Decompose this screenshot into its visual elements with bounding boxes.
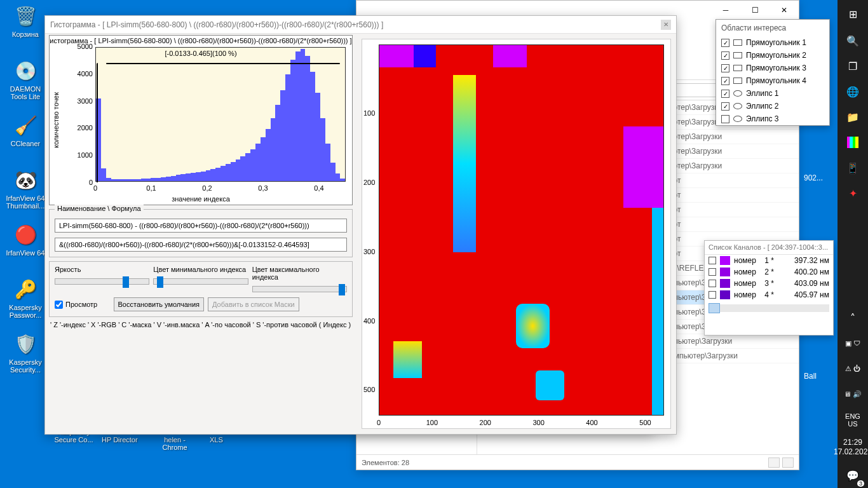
search-icon[interactable]: 🔍 <box>837 28 868 53</box>
histogram-plot[interactable]: истограмма - [ LPI-simm(560-680-800) \ (… <box>49 35 353 205</box>
histogram-bar <box>280 90 285 181</box>
histogram-bar <box>186 173 191 181</box>
slider-brightness[interactable] <box>55 278 149 285</box>
xtick: 0,2 <box>202 184 212 192</box>
channel-row[interactable]: номер2 *400.20 нм <box>705 266 833 278</box>
action-center-icon[interactable]: 💬3 <box>837 463 868 488</box>
roi-checkbox[interactable]: ✓ <box>721 102 729 111</box>
histogram-bar <box>191 173 196 181</box>
app-icon: 🔴 <box>12 221 39 248</box>
histogram-bar <box>210 169 215 181</box>
histogram-bar <box>146 179 151 181</box>
histogram-bar <box>141 179 146 181</box>
add-to-mask-button[interactable]: Добавить в список Маски <box>208 297 299 311</box>
desktop-icon[interactable]: 🔑Kaspersky Passwor... <box>3 276 48 325</box>
roi-checkbox[interactable] <box>721 115 729 123</box>
view-details-button[interactable] <box>768 458 780 468</box>
ytick: 1000 <box>72 151 93 159</box>
edge-icon[interactable]: 🌐 <box>837 79 868 104</box>
histogram-bar <box>266 129 271 181</box>
channel-row[interactable]: номер3 *403.09 нм <box>705 278 833 289</box>
app-icon: 💿 <box>12 57 39 84</box>
histogram-range-label: [-0.0133-0.465](100 %) <box>165 50 236 57</box>
restore-defaults-button[interactable]: Восстановить умолчания <box>114 297 205 311</box>
app-color-icon[interactable] <box>837 130 868 155</box>
roi-checkbox[interactable]: ✓ <box>721 90 729 98</box>
app-icon: 🗑️ <box>12 3 39 29</box>
slider-max-color[interactable] <box>252 286 347 292</box>
img-ytick: 100 <box>363 109 375 117</box>
histogram-bar <box>285 74 290 181</box>
index-image-plot[interactable]: 1002003004005000100200300400500 <box>362 39 671 429</box>
desktop-icon[interactable]: 🔴IrfanView 64 <box>3 221 48 271</box>
explorer-max-button[interactable]: ☐ <box>740 1 770 20</box>
tray-vol-icon[interactable]: 🖥 🔊 <box>837 382 868 407</box>
channel-wavelength: 405.97 нм <box>794 290 829 299</box>
formula-input-2[interactable] <box>55 238 347 252</box>
view-icons-button[interactable] <box>782 458 794 468</box>
explorer-close-button[interactable]: ✕ <box>770 1 799 20</box>
channel-checkbox[interactable] <box>709 280 716 287</box>
task-view-icon[interactable]: ❐ <box>837 53 868 79</box>
roi-checkbox[interactable]: ✓ <box>721 77 729 85</box>
roi-item[interactable]: ✓Прямоугольник 4 <box>716 74 829 87</box>
channel-checkbox[interactable] <box>709 268 716 276</box>
explorer-icon[interactable]: 📁 <box>837 104 868 130</box>
channel-checkbox[interactable] <box>709 291 716 299</box>
start-button[interactable]: ⊞ <box>837 0 868 28</box>
preview-checkbox[interactable]: Просмотр <box>55 301 97 309</box>
explorer-min-button[interactable]: ─ <box>711 1 740 20</box>
channel-row[interactable]: номер1 *397.32 нм <box>705 255 833 266</box>
formula-section-title: Наименование \ Формула <box>55 205 144 212</box>
histogram-bar <box>116 179 121 181</box>
histogram-close-button[interactable]: ✕ <box>661 20 671 30</box>
roi-checkbox[interactable]: ✓ <box>721 64 729 72</box>
roi-item[interactable]: Эллипс 3 <box>716 112 829 125</box>
histogram-bar <box>206 170 211 181</box>
roi-checkbox[interactable]: ✓ <box>721 51 729 60</box>
puzzle-icon[interactable]: ✦ <box>837 180 868 206</box>
desktop-label-chrome: helen - Chrome <box>156 436 194 451</box>
tray-av-icon[interactable]: ▣ 🛡 <box>837 331 868 356</box>
roi-checkbox[interactable]: ✓ <box>721 39 729 47</box>
desktop-icon[interactable]: 🧹CCleaner <box>3 112 48 161</box>
roi-dropdown[interactable]: Области интереса ✓Прямоугольник 1✓Прямоу… <box>715 19 830 126</box>
lang-indicator[interactable]: ENGUS <box>837 407 868 433</box>
slider-max-label: Цвет максимального индекса <box>252 266 347 281</box>
channel-row[interactable]: номер4 *405.97 нм <box>705 289 833 301</box>
chevron-up-icon[interactable]: ˄ <box>837 306 868 331</box>
histogram-bar <box>301 49 306 181</box>
tray-net-icon[interactable]: ⚠ ⏻ <box>837 356 868 382</box>
histogram-bar <box>340 179 345 181</box>
img-xtick: 400 <box>586 419 597 426</box>
desktop-icon-label: Kaspersky Passwor... <box>3 304 48 319</box>
slider-brightness-label: Яркость <box>55 266 149 273</box>
roi-label: Прямоугольник 2 <box>746 51 806 60</box>
channel-number: 4 * <box>760 290 774 299</box>
channels-scroll[interactable] <box>709 304 829 312</box>
roi-item[interactable]: ✓Эллипс 1 <box>716 87 829 100</box>
xtick: 0,1 <box>146 184 156 192</box>
img-xtick: 0 <box>377 419 381 426</box>
roi-item[interactable]: ✓Прямоугольник 3 <box>716 62 829 74</box>
ellipse-icon <box>733 90 742 97</box>
roi-item[interactable]: ✓Прямоугольник 2 <box>716 49 829 62</box>
channel-wavelength: 397.32 нм <box>794 256 829 265</box>
roi-item[interactable]: ✓Прямоугольник 1 <box>716 36 829 49</box>
phone-icon[interactable]: 📱 <box>837 155 868 180</box>
rectangle-icon <box>733 78 742 84</box>
desktop-icon[interactable]: 🛡️Kaspersky Security... <box>3 330 48 380</box>
desktop-icon[interactable]: 🗑️Корзина <box>3 3 48 52</box>
desktop-icon[interactable]: 💿DAEMON Tools Lite <box>3 57 48 107</box>
roi-item[interactable]: ✓Эллипс 2 <box>716 100 829 112</box>
channel-checkbox[interactable] <box>709 257 716 264</box>
fragment-ball: Ball <box>804 372 817 381</box>
desktop-icon[interactable]: 🐼IrfanView 64 Thumbnail... <box>3 166 48 216</box>
histogram-bar <box>330 163 336 181</box>
clock[interactable]: 21:2917.02.2021 <box>834 433 868 463</box>
formula-input-1[interactable] <box>55 219 347 233</box>
histogram-subtitle: истограмма - [ LPI-simm(560-680-800) \ (… <box>50 36 352 44</box>
desktop-icon-label: IrfanView 64 Thumbnail... <box>3 194 48 210</box>
app-icon: 🛡️ <box>12 330 39 357</box>
slider-min-color[interactable] <box>153 278 248 285</box>
